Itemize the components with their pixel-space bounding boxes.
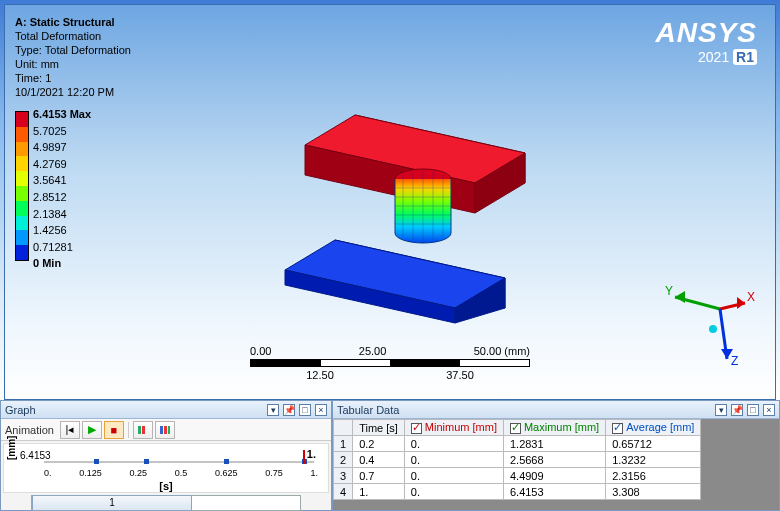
result-info-block: A: Static Structural Total Deformation T… <box>15 15 131 99</box>
table-row[interactable]: 41.0.6.41533.308 <box>334 484 701 500</box>
anim-play-button[interactable]: ▶ <box>82 421 102 439</box>
anim-mode2-button[interactable] <box>155 421 175 439</box>
logo-version: 2021 R1 <box>656 49 757 65</box>
svg-rect-30 <box>168 426 170 434</box>
col-rownum <box>334 420 353 436</box>
anim-first-button[interactable]: |◂ <box>60 421 80 439</box>
unit-label: Unit: mm <box>15 57 131 71</box>
animation-toolbar: Animation |◂ ▶ ■ <box>1 419 331 441</box>
svg-rect-28 <box>160 426 163 434</box>
tabular-panel-title: Tabular Data <box>337 404 399 416</box>
ansys-logo: ANSYS 2021 R1 <box>656 17 757 65</box>
slider-thumb[interactable]: 1 <box>32 495 192 511</box>
contour-legend[interactable]: 6.4153 Max 5.7025 4.9897 4.2769 3.5641 2… <box>15 111 29 261</box>
graph-x-title: [s] <box>159 480 172 492</box>
close-icon[interactable]: × <box>763 404 775 416</box>
dropdown-icon[interactable]: ▾ <box>267 404 279 416</box>
ruler-scale-bar: 0.00 25.00 50.00 (mm) 12.50 37.50 <box>250 345 530 381</box>
pin-icon[interactable]: 📌 <box>731 404 743 416</box>
svg-marker-22 <box>737 297 745 309</box>
model-geometry[interactable] <box>265 105 565 327</box>
svg-rect-26 <box>138 426 141 434</box>
result-type-label: Type: Total Deformation <box>15 43 131 57</box>
maximize-icon[interactable]: □ <box>299 404 311 416</box>
triad-z-label: Z <box>731 354 738 368</box>
tabular-data-table[interactable]: Time [s] Minimum [mm] Maximum [mm] Avera… <box>333 419 701 500</box>
col-time[interactable]: Time [s] <box>353 420 405 436</box>
tabular-data-panel: Tabular Data ▾ 📌 □ × Time [s] Minimum [m… <box>332 400 780 511</box>
graph-range-slider[interactable]: 1 <box>31 495 301 511</box>
graph-y-unit: [mm] <box>6 436 17 460</box>
orientation-triad[interactable]: Y X Z <box>655 279 755 369</box>
checkbox-icon[interactable] <box>411 423 422 434</box>
col-average[interactable]: Average [mm] <box>606 420 701 436</box>
maximize-icon[interactable]: □ <box>747 404 759 416</box>
table-header-row: Time [s] Minimum [mm] Maximum [mm] Avera… <box>334 420 701 436</box>
graph-x-ticks: 0.0.1250.250.50.6250.751. <box>44 468 318 478</box>
datetime-label: 10/1/2021 12:20 PM <box>15 85 131 99</box>
svg-rect-29 <box>164 426 167 434</box>
col-maximum[interactable]: Maximum [mm] <box>503 420 605 436</box>
table-row[interactable]: 30.70.4.49092.3156 <box>334 468 701 484</box>
svg-rect-34 <box>224 459 229 464</box>
animation-label: Animation <box>5 424 54 436</box>
checkbox-icon[interactable] <box>612 423 623 434</box>
legend-color-bar <box>15 111 29 261</box>
analysis-system-label: A: Static Structural <box>15 15 131 29</box>
col-minimum[interactable]: Minimum [mm] <box>404 420 503 436</box>
tabular-panel-header[interactable]: Tabular Data ▾ 📌 □ × <box>333 401 779 419</box>
tabular-body[interactable]: Time [s] Minimum [mm] Maximum [mm] Avera… <box>333 419 779 510</box>
checkbox-icon[interactable] <box>510 423 521 434</box>
svg-rect-32 <box>94 459 99 464</box>
svg-rect-27 <box>142 426 145 434</box>
anim-mode1-button[interactable] <box>133 421 153 439</box>
graph-plot-area[interactable]: [mm] 6.4153 1. 0.0.1250.250.50.6250.751.… <box>3 443 329 493</box>
anim-stop-button[interactable]: ■ <box>104 421 124 439</box>
svg-marker-20 <box>675 291 685 303</box>
graph-panel-header[interactable]: Graph ▾ 📌 □ × <box>1 401 331 419</box>
table-row[interactable]: 20.40.2.56681.3232 <box>334 452 701 468</box>
legend-labels: 6.4153 Max 5.7025 4.9897 4.2769 3.5641 2… <box>33 106 91 272</box>
svg-rect-33 <box>144 459 149 464</box>
dropdown-icon[interactable]: ▾ <box>715 404 727 416</box>
graph-panel: Graph ▾ 📌 □ × Animation |◂ ▶ ■ [mm] 6.41… <box>0 400 332 511</box>
graph-panel-title: Graph <box>5 404 36 416</box>
triad-x-label: X <box>747 290 755 304</box>
pin-icon[interactable]: 📌 <box>283 404 295 416</box>
viewport-inner: A: Static Structural Total Deformation T… <box>4 4 776 400</box>
graphics-viewport[interactable]: A: Static Structural Total Deformation T… <box>0 0 780 400</box>
time-label: Time: 1 <box>15 71 131 85</box>
close-icon[interactable]: × <box>315 404 327 416</box>
svg-point-25 <box>709 325 717 333</box>
table-row[interactable]: 10.20.1.28310.65712 <box>334 436 701 452</box>
result-label: Total Deformation <box>15 29 131 43</box>
triad-y-label: Y <box>665 284 673 298</box>
logo-brand: ANSYS <box>656 17 757 49</box>
